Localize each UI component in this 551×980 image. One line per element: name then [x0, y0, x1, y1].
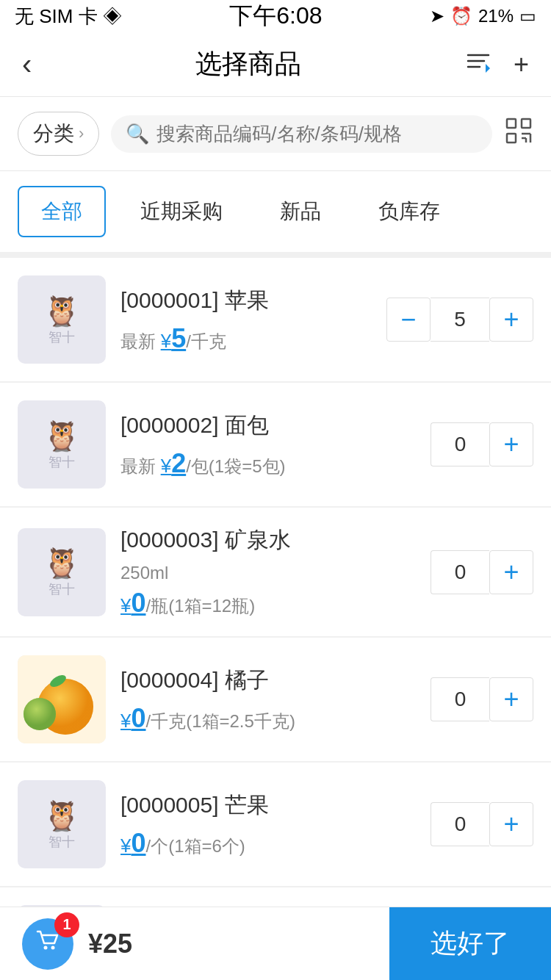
- brand-text: 智十: [48, 580, 75, 598]
- product-name: [0000001] 苹果: [120, 286, 372, 316]
- cart-total: ¥25: [88, 929, 132, 959]
- qty-controls: +: [431, 550, 533, 594]
- product-price: ¥0/千克(1箱=2.5千克): [120, 703, 416, 734]
- nav-bar: ‹ 选择商品 +: [0, 32, 551, 97]
- product-image: 🦉 智十: [18, 780, 106, 868]
- product-info: [0000005] 芒果 ¥0/个(1箱=6个): [120, 790, 416, 859]
- product-name: [0000002] 面包: [120, 411, 416, 441]
- product-image: 🦉 智十: [18, 400, 106, 489]
- tab-recent[interactable]: 近期采购: [118, 186, 245, 237]
- qty-controls: − +: [386, 298, 533, 342]
- qty-controls: +: [431, 802, 533, 846]
- qty-input[interactable]: [431, 677, 489, 721]
- scan-icon[interactable]: [504, 116, 533, 152]
- owl-icon: 🦉: [43, 546, 80, 580]
- list-item: [0000004] 橘子 ¥0/千克(1箱=2.5千克) +: [0, 638, 551, 761]
- qty-plus-button[interactable]: +: [489, 802, 533, 846]
- search-input[interactable]: [156, 123, 478, 145]
- alarm-icon: ⏰: [450, 6, 472, 26]
- product-price: ¥0/个(1箱=6个): [120, 828, 416, 859]
- location-icon: ➤: [430, 6, 444, 26]
- chevron-right-icon: ›: [79, 124, 84, 143]
- cart-badge: 1: [54, 912, 79, 937]
- qty-plus-button[interactable]: +: [489, 422, 533, 466]
- qty-controls: +: [431, 677, 533, 721]
- status-carrier: 无 SIM 卡 ◈: [15, 4, 122, 29]
- nav-actions: +: [465, 48, 529, 81]
- svg-rect-5: [522, 119, 530, 128]
- product-info: [0000004] 橘子 ¥0/千克(1箱=2.5千克): [120, 666, 416, 734]
- product-name: [0000003] 矿泉水: [120, 525, 416, 555]
- category-button[interactable]: 分类 ›: [18, 112, 99, 156]
- qty-input[interactable]: [431, 422, 489, 466]
- status-battery: ➤ ⏰ 21% ▭: [430, 6, 536, 26]
- battery-icon: ▭: [519, 6, 536, 26]
- product-price: 最新 ¥2/包(1袋=5包): [120, 448, 416, 479]
- back-button[interactable]: ‹: [22, 48, 32, 81]
- confirm-button[interactable]: 选好了: [389, 907, 551, 981]
- list-item: 🦉 智十 [0000002] 面包 最新 ¥2/包(1袋=5包) +: [0, 383, 551, 506]
- filter-search-bar: 分类 › 🔍: [0, 97, 551, 171]
- status-time: 下午6:08: [229, 0, 322, 32]
- svg-rect-4: [507, 119, 516, 128]
- page-title: 选择商品: [195, 46, 301, 82]
- cart-icon-button[interactable]: 1: [22, 918, 73, 970]
- product-price: ¥0/瓶(1箱=12瓶): [120, 588, 416, 619]
- svg-marker-3: [486, 64, 490, 73]
- qty-input[interactable]: [431, 802, 489, 846]
- qty-input[interactable]: [431, 550, 489, 594]
- qty-controls: +: [431, 422, 533, 466]
- list-item: 🦉 智十 [0000005] 芒果 ¥0/个(1箱=6个) +: [0, 763, 551, 886]
- qty-minus-button[interactable]: −: [386, 298, 431, 342]
- svg-rect-6: [507, 134, 516, 143]
- battery-percent: 21%: [478, 6, 514, 26]
- product-spec: 250ml: [120, 563, 416, 583]
- owl-icon: 🦉: [43, 419, 80, 453]
- brand-text: 智十: [48, 833, 75, 851]
- status-bar: 无 SIM 卡 ◈ 下午6:08 ➤ ⏰ 21% ▭: [0, 0, 551, 32]
- cart-area: 1 ¥25: [0, 918, 389, 970]
- list-item: 🦉 智十 [0000001] 苹果 最新 ¥5/千克 − +: [0, 258, 551, 381]
- product-price: 最新 ¥5/千克: [120, 323, 372, 354]
- product-list: 🦉 智十 [0000001] 苹果 最新 ¥5/千克 − + 🦉 智十 [000…: [0, 258, 551, 980]
- owl-icon: 🦉: [43, 294, 80, 328]
- product-info: [0000003] 矿泉水 250ml ¥0/瓶(1箱=12瓶): [120, 525, 416, 619]
- qty-plus-button[interactable]: +: [489, 298, 533, 342]
- search-icon: 🔍: [126, 123, 149, 145]
- svg-point-16: [24, 698, 56, 730]
- tab-negative[interactable]: 负库存: [356, 186, 463, 237]
- brand-text: 智十: [48, 328, 75, 346]
- qty-input[interactable]: [431, 298, 489, 342]
- category-label: 分类: [33, 120, 74, 148]
- list-item: 🦉 智十 [0000003] 矿泉水 250ml ¥0/瓶(1箱=12瓶) +: [0, 508, 551, 636]
- brand-text: 智十: [48, 453, 75, 471]
- search-box: 🔍: [111, 115, 492, 153]
- add-button[interactable]: +: [514, 49, 529, 80]
- filter-icon[interactable]: [465, 48, 491, 81]
- product-name: [0000004] 橘子: [120, 666, 416, 696]
- tab-all[interactable]: 全部: [18, 186, 106, 237]
- qty-plus-button[interactable]: +: [489, 677, 533, 721]
- svg-point-18: [51, 946, 55, 950]
- product-info: [0000001] 苹果 最新 ¥5/千克: [120, 286, 372, 354]
- product-image: 🦉 智十: [18, 275, 106, 364]
- product-image: 🦉 智十: [18, 528, 106, 616]
- tab-new[interactable]: 新品: [257, 186, 344, 237]
- product-image: [18, 655, 106, 743]
- bottom-bar: 1 ¥25 选好了: [0, 907, 551, 980]
- svg-point-17: [44, 946, 48, 950]
- qty-plus-button[interactable]: +: [489, 550, 533, 594]
- tab-bar: 全部 近期采购 新品 负库存: [0, 171, 551, 258]
- product-info: [0000002] 面包 最新 ¥2/包(1袋=5包): [120, 411, 416, 479]
- owl-icon: 🦉: [43, 799, 80, 833]
- product-name: [0000005] 芒果: [120, 790, 416, 821]
